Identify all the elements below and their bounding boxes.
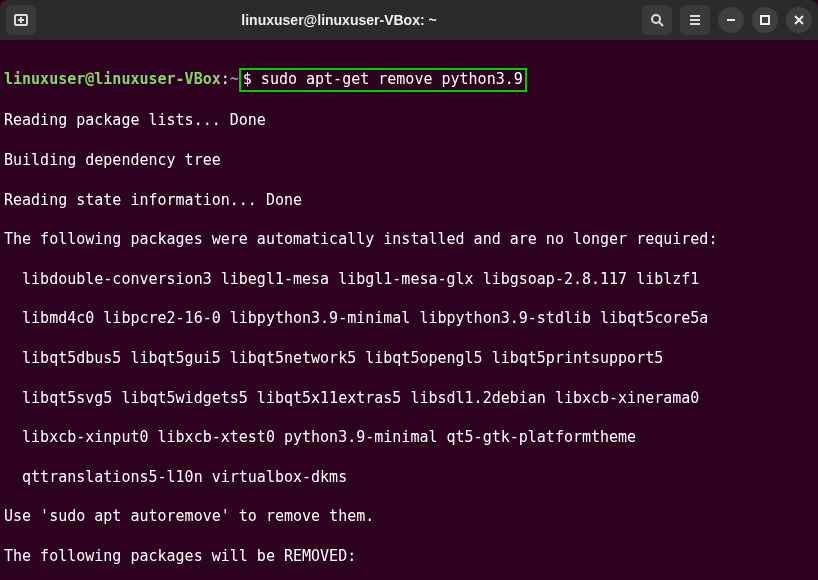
svg-point-3	[652, 15, 660, 23]
output-line: Use 'sudo apt autoremove' to remove them…	[4, 507, 814, 527]
output-line: libqt5dbus5 libqt5gui5 libqt5network5 li…	[4, 349, 814, 369]
prompt-colon: :	[221, 70, 230, 88]
titlebar: linuxuser@linuxuser-VBox: ~	[0, 0, 818, 40]
prompt-line-1: linuxuser@linuxuser-VBox:~$ sudo apt-get…	[4, 68, 814, 92]
prompt-path: ~	[230, 70, 239, 88]
prompt-symbol: $	[243, 70, 252, 88]
new-tab-button[interactable]	[6, 5, 36, 35]
output-line: libmd4c0 libpcre2-16-0 libpython3.9-mini…	[4, 309, 814, 329]
output-line: libxcb-xinput0 libxcb-xtest0 python3.9-m…	[4, 428, 814, 448]
close-button[interactable]	[786, 7, 812, 33]
output-line: Reading state information... Done	[4, 191, 814, 211]
prompt-user-host: linuxuser@linuxuser-VBox	[4, 70, 221, 88]
terminal-area[interactable]: linuxuser@linuxuser-VBox:~$ sudo apt-get…	[0, 40, 818, 580]
window-title: linuxuser@linuxuser-VBox: ~	[36, 12, 642, 28]
output-line: Reading package lists... Done	[4, 111, 814, 131]
titlebar-right	[642, 5, 812, 35]
command-highlight: $ sudo apt-get remove python3.9	[239, 68, 527, 92]
output-line: Building dependency tree	[4, 151, 814, 171]
output-line: libdouble-conversion3 libegl1-mesa libgl…	[4, 270, 814, 290]
menu-button[interactable]	[680, 5, 710, 35]
output-line: qttranslations5-l10n virtualbox-dkms	[4, 468, 814, 488]
search-button[interactable]	[642, 5, 672, 35]
svg-rect-9	[761, 16, 769, 24]
output-line: The following packages will be REMOVED:	[4, 547, 814, 567]
minimize-button[interactable]	[718, 7, 744, 33]
maximize-button[interactable]	[752, 7, 778, 33]
titlebar-left	[6, 5, 36, 35]
output-line: The following packages were automaticall…	[4, 230, 814, 250]
svg-line-4	[659, 22, 663, 26]
command-text: sudo apt-get remove python3.9	[252, 70, 523, 88]
output-line: libqt5svg5 libqt5widgets5 libqt5x11extra…	[4, 389, 814, 409]
